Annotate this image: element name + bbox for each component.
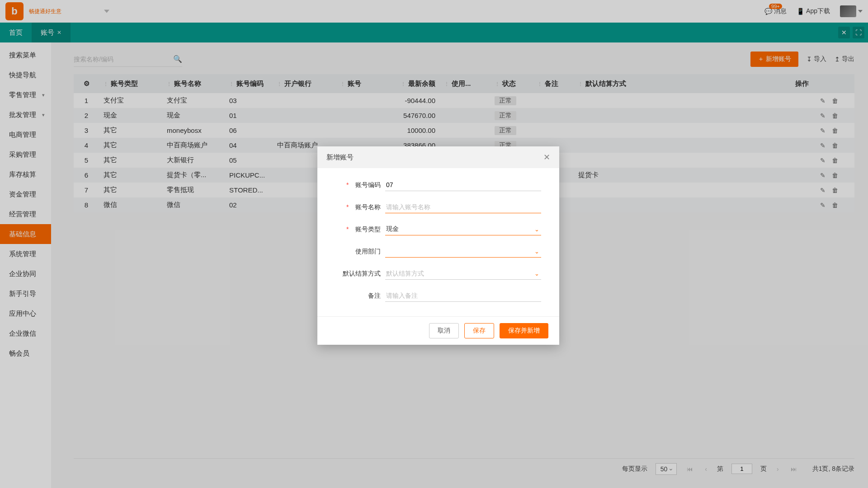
field-default-settle-label: 默认结算方式 [335,270,385,278]
cancel-button[interactable]: 取消 [429,323,459,338]
save-button[interactable]: 保存 [464,323,494,338]
field-dept-select[interactable] [385,245,541,258]
save-and-new-button[interactable]: 保存并新增 [500,323,548,338]
new-account-dialog: 新增账号 ✕ 账号编码 账号名称 账号类型 ⌄ 使用部门 ⌄ 默认结算方式 [317,146,559,345]
dialog-title: 新增账号 [326,153,354,162]
field-type-select[interactable] [385,223,541,235]
field-code-label: 账号编码 [335,181,385,189]
field-memo-input[interactable] [385,290,541,302]
field-name-label: 账号名称 [335,203,385,211]
field-dept-label: 使用部门 [335,248,385,256]
field-memo-label: 备注 [335,292,385,300]
field-code-input[interactable] [385,179,541,191]
field-type-label: 账号类型 [335,225,385,234]
field-name-input[interactable] [385,201,541,213]
field-default-settle-select[interactable] [385,267,541,280]
dialog-close-button[interactable]: ✕ [543,152,550,162]
